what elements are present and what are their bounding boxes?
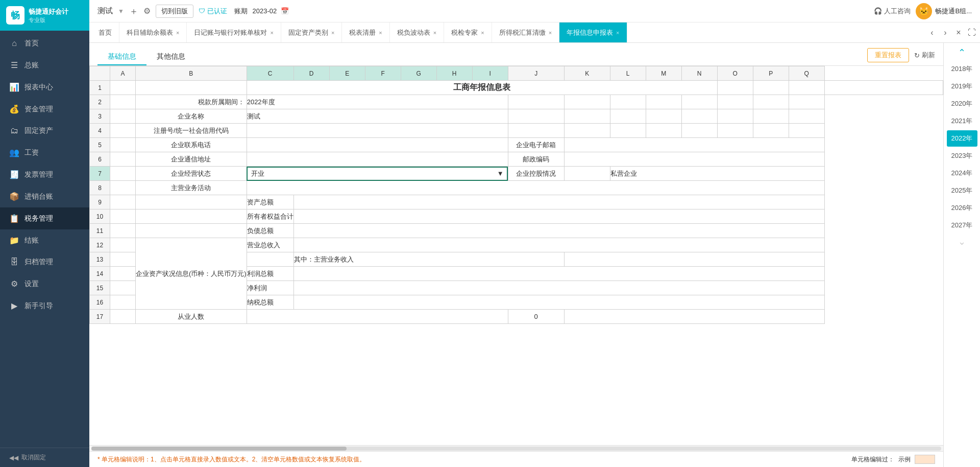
col-header-i[interactable]: I <box>472 66 508 81</box>
col-header-a[interactable]: A <box>110 66 136 81</box>
year-2021[interactable]: 2021年 <box>947 113 977 129</box>
cell-17-a[interactable] <box>110 310 136 324</box>
cell-16-c[interactable]: 纳税总额 <box>247 295 293 310</box>
cell-3-k[interactable] <box>564 109 610 124</box>
col-header-q[interactable]: Q <box>789 66 824 81</box>
sidebar-item-funds[interactable]: 💰 资金管理 <box>0 98 89 120</box>
year-2019[interactable]: 2019年 <box>947 78 977 95</box>
cell-1-q[interactable] <box>824 81 943 95</box>
cell-10-a[interactable] <box>110 209 136 224</box>
cell-3-o[interactable] <box>717 109 753 124</box>
cell-6-b[interactable]: 企业通信地址 <box>136 152 247 167</box>
cell-13-sub[interactable]: 其中：主营业务收入 <box>293 252 564 267</box>
cell-4-o[interactable] <box>717 124 753 138</box>
cell-2-p[interactable] <box>753 95 789 109</box>
cell-2-n[interactable] <box>681 95 717 109</box>
cell-5-j[interactable]: 企业电子邮箱 <box>508 138 564 152</box>
status-dropdown-icon[interactable]: ▼ <box>497 170 504 177</box>
tab-taxform[interactable]: 税表清册 × <box>342 22 389 43</box>
cell-1-o[interactable] <box>753 81 789 95</box>
cell-2-o[interactable] <box>717 95 753 109</box>
cell-8-a[interactable] <box>110 181 136 195</box>
cell-2-q[interactable] <box>789 95 824 109</box>
cell-3-b[interactable]: 企业名称 <box>136 109 247 124</box>
cell-4-j[interactable] <box>508 124 564 138</box>
scrollbar-track[interactable] <box>91 447 941 451</box>
sidebar-item-tax[interactable]: 📋 税务管理 <box>0 207 89 229</box>
col-header-e[interactable]: E <box>329 66 365 81</box>
tab-taxcheck-close[interactable]: × <box>481 30 484 36</box>
cell-2-j[interactable] <box>508 95 564 109</box>
cell-7-b[interactable]: 企业经营状态 <box>136 167 247 181</box>
tab-fixed[interactable]: 固定资产类别 × <box>281 22 342 43</box>
scrollbar-thumb[interactable] <box>91 447 347 451</box>
tab-home[interactable]: 首页 <box>91 22 119 43</box>
cell-14-c[interactable]: 利润总额 <box>247 267 293 281</box>
cell-3-a[interactable] <box>110 109 136 124</box>
year-panel-up-icon[interactable]: ⌃ <box>956 45 968 60</box>
cell-11-a[interactable] <box>110 224 136 238</box>
cell-4-a[interactable] <box>110 124 136 138</box>
tab-taxcheck[interactable]: 税检专家 × <box>444 22 492 43</box>
tab-fixed-close[interactable]: × <box>331 30 334 36</box>
refresh-btn[interactable]: ↻ 刷新 <box>914 51 935 60</box>
cell-1-b[interactable] <box>136 81 247 95</box>
tab-taxform-close[interactable]: × <box>379 30 382 36</box>
cell-1-a[interactable] <box>110 81 136 95</box>
cell-12-info[interactable]: 企业资产状况信息(币种：人民币万元) <box>136 238 247 310</box>
cell-11-val[interactable] <box>293 224 824 238</box>
cell-10-c[interactable]: 所有者权益合计 <box>247 209 293 224</box>
cell-5-email[interactable] <box>564 138 824 152</box>
topbar-dropdown-icon[interactable]: ▼ <box>118 8 124 15</box>
cell-4-b[interactable]: 注册号/统一社会信用代码 <box>136 124 247 138</box>
cell-2-k[interactable] <box>564 95 610 109</box>
cell-2-m[interactable] <box>646 95 681 109</box>
tab-aux-close[interactable]: × <box>176 30 179 36</box>
cell-3-m[interactable] <box>646 109 681 124</box>
cell-9-a[interactable] <box>110 195 136 209</box>
tab-next-btn[interactable]: › <box>939 27 951 39</box>
sidebar-item-guide[interactable]: ▶ 新手引导 <box>0 295 89 317</box>
year-2018[interactable]: 2018年 <box>947 61 977 77</box>
tab-close-all-btn[interactable]: × <box>952 27 965 39</box>
tab-annual-close[interactable]: × <box>616 30 619 36</box>
cell-7-k[interactable] <box>564 167 610 181</box>
cell-6-a[interactable] <box>110 152 136 167</box>
service-btn[interactable]: 🎧 人工咨询 <box>874 7 911 16</box>
sidebar-collapse-btn[interactable]: ◀◀ 取消固定 <box>0 448 89 467</box>
cell-12-a[interactable] <box>110 238 136 252</box>
cell-1-n[interactable] <box>717 81 753 95</box>
cell-6-addr[interactable] <box>247 152 508 167</box>
cell-3-n[interactable] <box>681 109 717 124</box>
cell-13-a[interactable] <box>110 252 136 267</box>
user-menu[interactable]: 🐱 畅捷通B组... <box>916 3 972 19</box>
horizontal-scrollbar[interactable] <box>89 445 943 451</box>
sidebar-item-settings[interactable]: ⚙ 设置 <box>0 273 89 295</box>
cell-4-q[interactable] <box>789 124 824 138</box>
year-2020[interactable]: 2020年 <box>947 96 977 112</box>
tab-income-close[interactable]: × <box>549 30 552 36</box>
col-header-j[interactable]: J <box>508 66 564 81</box>
cell-6-j[interactable]: 邮政编码 <box>508 152 564 167</box>
cell-15-val[interactable] <box>293 281 824 295</box>
cell-10-val[interactable] <box>293 209 824 224</box>
cell-12-c[interactable]: 营业总收入 <box>247 238 293 252</box>
cell-17-j[interactable]: 0 <box>508 310 564 324</box>
cell-14-val[interactable] <box>293 267 824 281</box>
cell-7-status[interactable]: 开业 ▼ <box>247 167 508 181</box>
cell-4-n[interactable] <box>681 124 717 138</box>
tab-prev-btn[interactable]: ‹ <box>926 27 938 39</box>
cell-7-a[interactable] <box>110 167 136 181</box>
cell-13-c[interactable] <box>247 252 293 267</box>
cell-17-b[interactable]: 从业人数 <box>136 310 247 324</box>
tab-journal-close[interactable]: × <box>270 30 273 36</box>
tab-taxwave-close[interactable]: × <box>433 30 436 36</box>
tab-journal[interactable]: 日记账与银行对账单核对 × <box>187 22 281 43</box>
cell-2-period[interactable]: 2022年度 <box>247 95 508 109</box>
cell-7-control[interactable]: 私营企业 <box>610 167 824 181</box>
cell-15-a[interactable] <box>110 281 136 295</box>
sub-tab-basic[interactable]: 基础信息 <box>97 49 146 65</box>
cell-17-c[interactable] <box>247 310 508 324</box>
cell-5-phone[interactable] <box>247 138 508 152</box>
cell-2-b[interactable]: 税款所属期间： <box>136 95 247 109</box>
